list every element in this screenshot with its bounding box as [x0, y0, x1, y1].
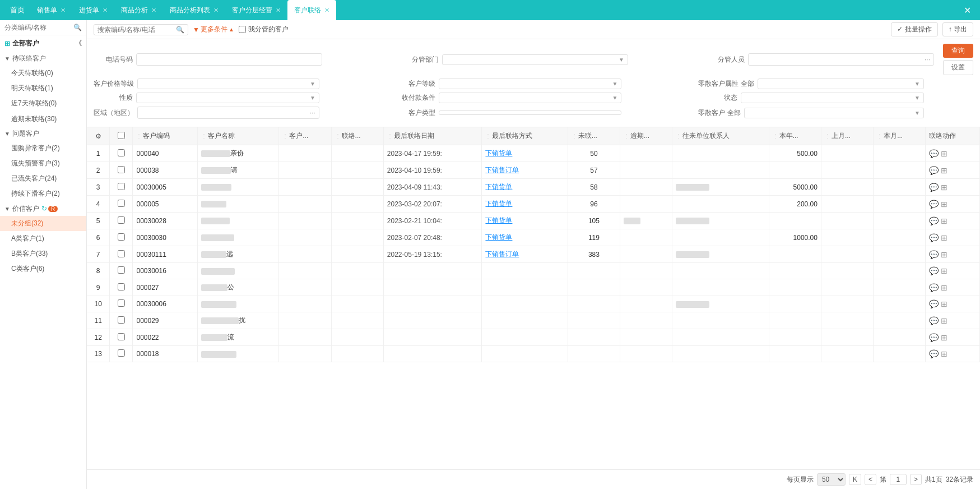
tab-customer-contact[interactable]: 客户联络 ✕ [287, 0, 336, 20]
my-customer-check[interactable] [239, 26, 246, 33]
chat-icon[interactable]: 💬 [929, 299, 939, 308]
person-select[interactable]: ··· [748, 53, 934, 66]
search-input[interactable] [97, 26, 176, 34]
payment-select[interactable]: ▼ [439, 93, 622, 103]
my-customer-checkbox[interactable]: 我分管的客户 [239, 25, 289, 34]
prev-page-btn[interactable]: < [865, 474, 876, 485]
grid-action-icon[interactable]: ⊞ [941, 349, 948, 358]
nav-home[interactable]: 首页 [4, 5, 30, 15]
sidebar-item-overdue-wait[interactable]: 逾期未联络(30) [0, 112, 86, 127]
settings-icon[interactable]: ⚙ [95, 132, 101, 140]
close-icon[interactable]: ✕ [151, 7, 156, 14]
dots-icon[interactable]: ··· [925, 56, 930, 63]
chat-icon[interactable]: 💬 [929, 183, 939, 192]
grid-action-icon[interactable]: ⊞ [941, 183, 948, 192]
grid-action-icon[interactable]: ⊞ [941, 233, 948, 242]
tab-customer-segment[interactable]: 客户分层经营 ✕ [225, 0, 287, 20]
chat-icon[interactable]: 💬 [929, 266, 939, 275]
chat-icon[interactable]: 💬 [929, 200, 939, 209]
close-icon[interactable]: ✕ [213, 7, 219, 14]
refresh-icon[interactable]: ↻ [41, 205, 47, 213]
grid-action-icon[interactable]: ⊞ [941, 149, 948, 158]
chat-icon[interactable]: 💬 [929, 333, 939, 342]
chat-icon[interactable]: 💬 [929, 283, 939, 292]
sidebar-item-today-wait[interactable]: 今天待联络(0) [0, 66, 86, 81]
grid-action-icon[interactable]: ⊞ [941, 266, 948, 275]
nature-select[interactable]: ▼ [136, 93, 319, 103]
close-icon[interactable]: ✕ [103, 7, 108, 14]
next-page-btn[interactable]: > [910, 474, 922, 485]
more-conditions-btn[interactable]: ▼ 更多条件 ▲ [193, 25, 234, 34]
sidebar-item-type-c[interactable]: C类客户(6) [0, 261, 86, 276]
region-select[interactable]: ··· [137, 107, 319, 119]
tab-product-analysis-list[interactable]: 商品分析列表 ✕ [163, 0, 225, 20]
sidebar-credit-customers-group[interactable]: ▼ 价信客户 ↻ R [0, 202, 86, 216]
row-this-month [874, 279, 926, 296]
row-this-year [769, 213, 821, 229]
customer-type-select[interactable] [439, 110, 622, 115]
sidebar-all-customers[interactable]: ⊞ 全部客户 《 [0, 35, 86, 52]
grid-action-icon[interactable]: ⊞ [941, 299, 948, 308]
retail-attr-select[interactable]: ▼ [758, 79, 924, 89]
dots-icon[interactable]: ··· [310, 109, 315, 117]
select-all-checkbox[interactable] [118, 132, 125, 139]
arrow-down-icon: ▼ [4, 206, 10, 212]
export-button[interactable]: ↑ 导出 [942, 22, 973, 36]
chat-icon[interactable]: 💬 [929, 316, 939, 325]
grid-action-icon[interactable]: ⊞ [941, 283, 948, 292]
tab-sales-order[interactable]: 销售单 ✕ [30, 0, 72, 20]
collapse-icon[interactable]: 《 [75, 39, 82, 48]
chat-icon[interactable]: 💬 [929, 349, 939, 358]
customer-level-select[interactable]: ▼ [439, 79, 622, 89]
close-icon[interactable]: ✕ [324, 7, 329, 14]
batch-op-button[interactable]: ✓ 批量操作 [891, 22, 937, 36]
sidebar-wait-contact-group[interactable]: ▼ 待联络客户 [0, 52, 86, 66]
sidebar-item-hoard-abnormal[interactable]: 囤购异常客户(2) [0, 141, 86, 156]
dept-select[interactable]: ▼ [442, 54, 628, 65]
phone-input[interactable] [136, 53, 322, 66]
sidebar-problem-customers-group[interactable]: ▼ 问题客户 [0, 127, 86, 141]
grid-action-icon[interactable]: ⊞ [941, 250, 948, 259]
sidebar-item-lost[interactable]: 已流失客户(24) [0, 171, 86, 186]
tab-purchase-order[interactable]: 进货单 ✕ [72, 0, 114, 20]
query-button[interactable]: 查询 [943, 44, 973, 58]
chat-icon[interactable]: 💬 [929, 166, 939, 175]
status-select[interactable]: ▼ [741, 93, 924, 103]
close-icon[interactable]: ✕ [276, 7, 281, 14]
grid-action-icon[interactable]: ⊞ [941, 166, 948, 175]
page-size-select[interactable]: 50 20 100 [817, 473, 846, 486]
grid-action-icon[interactable]: ⊞ [941, 216, 948, 225]
sidebar-search-input[interactable] [4, 24, 71, 31]
grid-action-icon[interactable]: ⊞ [941, 316, 948, 325]
sidebar-item-7days-wait[interactable]: 近7天待联络(0) [0, 96, 86, 111]
row-type [279, 263, 331, 279]
first-page-btn[interactable]: K [849, 474, 861, 485]
table-row: 7 00030111 远 2022-05-19 13:15: 下销售订单 383… [87, 246, 980, 263]
retail-customer-select[interactable]: ▼ [744, 108, 924, 118]
page-number-input[interactable] [890, 474, 907, 485]
sidebar-item-tomorrow-wait[interactable]: 明天待联络(1) [0, 81, 86, 96]
sidebar-item-ungroup[interactable]: 未分组(32) [0, 216, 86, 231]
grid-action-icon[interactable]: ⊞ [941, 200, 948, 209]
sidebar-item-type-b[interactable]: B类客户(33) [0, 246, 86, 261]
reset-button[interactable]: 设置 [943, 60, 973, 75]
row-unit-contact [672, 263, 769, 279]
filter-row-1: 电话号码 分管部门 ▼ 分管人员 ··· [94, 44, 973, 75]
close-icon[interactable]: ✕ [61, 7, 66, 14]
chat-icon[interactable]: 💬 [929, 233, 939, 242]
col-overdue: ⋮逾期... [620, 127, 672, 145]
tab-product-analysis[interactable]: 商品分析 ✕ [114, 0, 163, 20]
row-no: 10 [87, 296, 110, 312]
row-unit-contact [672, 179, 769, 196]
chat-icon[interactable]: 💬 [929, 250, 939, 259]
arrow-down-icon: ▼ [4, 56, 10, 62]
grid-action-icon[interactable]: ⊞ [941, 333, 948, 342]
chevron-down-icon: ▼ [914, 81, 920, 87]
chat-icon[interactable]: 💬 [929, 149, 939, 158]
sidebar-item-loss-warning[interactable]: 流失预警客户(3) [0, 156, 86, 171]
sidebar-item-type-a[interactable]: A类客户(1) [0, 231, 86, 246]
window-close-icon[interactable]: ✕ [959, 5, 976, 16]
chat-icon[interactable]: 💬 [929, 216, 939, 225]
sidebar-item-declining[interactable]: 持续下滑客户(2) [0, 186, 86, 201]
price-level-select[interactable]: ▼ [137, 79, 319, 89]
